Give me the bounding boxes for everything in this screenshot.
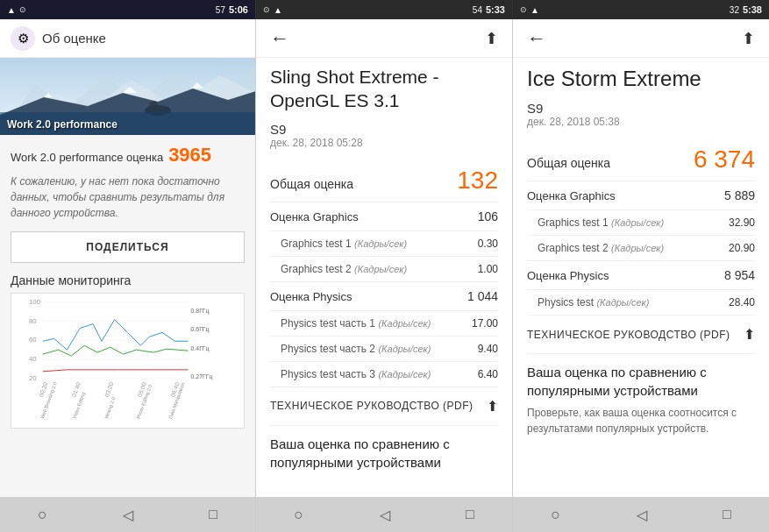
graphics-label-2: Оценка Graphics — [270, 210, 359, 223]
share-icon-2[interactable]: ⬆ — [485, 29, 498, 48]
gtest2-row-3: Graphics test 2 (Кадры/сек) 20.90 — [527, 236, 755, 261]
status-bar-1-right: 57 5:06 — [216, 4, 248, 15]
wifi-icon-1: ⊙ — [19, 5, 26, 14]
time-3: 5:38 — [743, 4, 762, 15]
panel-3-header: ← ⬆ — [513, 19, 769, 58]
gtest1-row-3: Graphics test 1 (Кадры/сек) 32.90 — [527, 210, 755, 236]
gtest2-label-3: Graphics test 2 (Кадры/сек) — [538, 242, 664, 254]
panel-3-title: Ice Storm Extreme — [513, 58, 769, 101]
gtest2-label-2: Graphics test 2 (Кадры/сек) — [281, 263, 407, 275]
share-button[interactable]: ПОДЕЛИТЬСЯ — [11, 231, 245, 263]
ptest3-label-2: Physics test часть 3 (Кадры/сек) — [281, 368, 431, 380]
graphics-score-3: 5 889 — [724, 188, 755, 202]
hero-label-overlay: Work 2.0 performance — [0, 112, 255, 135]
physics-label-3: Оценка Physics — [527, 269, 609, 282]
battery-1: 57 — [216, 5, 225, 15]
overall-label-2: Общая оценка — [270, 177, 353, 191]
panel-1-header: ⚙ Об оценке — [0, 19, 255, 58]
back-button-2[interactable]: ← — [270, 27, 289, 50]
graphics-header-3: Оценка Graphics 5 889 — [527, 181, 755, 210]
panel-1-content: Work 2.0 performance оценка 3965 К сожал… — [0, 135, 255, 497]
battery-2: 54 — [473, 5, 482, 15]
svg-text:0.27ГГц: 0.27ГГц — [191, 373, 213, 380]
status-bar-3-left: ⊙ ▲ — [520, 5, 539, 15]
pdf-row-2[interactable]: ТЕХНИЧЕСКОЕ РУКОВОДСТВО (PDF) ⬆ — [270, 387, 498, 426]
back-button-3[interactable]: ← — [527, 27, 546, 50]
ptest2-label-2: Physics test часть 2 (Кадры/сек) — [281, 343, 431, 355]
svg-text:40: 40 — [29, 355, 37, 363]
recent-icon-1[interactable]: □ — [209, 507, 217, 522]
share-icon-3[interactable]: ⬆ — [742, 29, 755, 48]
physics-label-2: Оценка Physics — [270, 290, 352, 303]
back-icon-2[interactable]: ◁ — [380, 507, 390, 523]
panel-2-title: Sling Shot Extreme - OpenGL ES 3.1 — [256, 58, 512, 122]
gtest2-row-2: Graphics test 2 (Кадры/сек) 1.00 — [270, 257, 498, 282]
status-bars-row: ▲ ⊙ 57 5:06 ⊙ ▲ 54 5:33 ⊙ ▲ — [0, 0, 769, 19]
gtest1-value-3: 32.90 — [729, 216, 755, 229]
graphics-score-2: 106 — [478, 209, 498, 223]
ptest1-label-2: Physics test часть 1 (Кадры/сек) — [281, 317, 431, 330]
back-icon-1[interactable]: ◁ — [123, 507, 133, 523]
panel-3: ← ⬆ Ice Storm Extreme S9 дек. 28, 2018 0… — [513, 19, 769, 532]
svg-text:60: 60 — [29, 336, 37, 344]
signal-icon-2: ▲ — [274, 5, 282, 15]
settings-icon: ⚙ — [11, 26, 35, 51]
device-name-2: S9 — [270, 122, 498, 137]
chart-area: 100 80 60 40 20 0.8ГГц 0.6ГГц — [11, 293, 245, 429]
recent-icon-3[interactable]: □ — [723, 507, 731, 522]
panel-1-hero: Work 2.0 performance — [0, 58, 255, 135]
svg-text:80: 80 — [29, 317, 37, 325]
ptest1-value-2: 17.00 — [472, 317, 498, 330]
app-container: ▲ ⊙ 57 5:06 ⊙ ▲ 54 5:33 ⊙ ▲ — [0, 0, 769, 532]
svg-text:03:20: 03:20 — [103, 381, 115, 398]
svg-text:0.6ГГц: 0.6ГГц — [191, 326, 210, 333]
compare-section-2: Ваша оценка по сравнению с популярными у… — [270, 426, 498, 484]
gtest1-row-2: Graphics test 1 (Кадры/сек) 0.30 — [270, 231, 498, 257]
device-info-2: S9 дек. 28, 2018 05:28 — [270, 122, 498, 149]
svg-text:100: 100 — [29, 298, 41, 306]
pdf-share-icon-3[interactable]: ⬆ — [744, 326, 755, 343]
home-icon-2[interactable]: ○ — [294, 506, 303, 524]
pdf-label-2: ТЕХНИЧЕСКОЕ РУКОВОДСТВО (PDF) — [270, 400, 474, 412]
home-icon-1[interactable]: ○ — [38, 506, 47, 524]
svg-text:0.4ГГц: 0.4ГГц — [191, 345, 210, 352]
panel-2: ← ⬆ Sling Shot Extreme - OpenGL ES 3.1 S… — [256, 19, 513, 532]
status-bar-2-left: ⊙ ▲ — [263, 5, 282, 15]
overall-row-2: Общая оценка 132 — [270, 160, 498, 202]
panel-1: ⚙ Об оценке — [0, 19, 256, 532]
device-info-3: S9 дек. 28, 2018 05:38 — [527, 101, 755, 128]
overall-row-3: Общая оценка 6 374 — [527, 138, 755, 181]
overall-score-2: 132 — [457, 167, 498, 195]
score-value: 3965 — [168, 144, 211, 167]
overall-label-3: Общая оценка — [527, 156, 610, 170]
pdf-row-3[interactable]: ТЕХНИЧЕСКОЕ РУКОВОДСТВО (PDF) ⬆ — [527, 316, 755, 354]
ptest3-value-2: 6.40 — [478, 368, 498, 380]
ptest2-row-2: Physics test часть 2 (Кадры/сек) 9.40 — [270, 337, 498, 362]
signal-icon-3: ▲ — [530, 5, 539, 15]
status-bar-1: ▲ ⊙ 57 5:06 — [0, 0, 256, 19]
home-icon-3[interactable]: ○ — [551, 506, 560, 524]
svg-point-8 — [149, 101, 158, 110]
pdf-label-3: ТЕХНИЧЕСКОЕ РУКОВОДСТВО (PDF) — [527, 329, 730, 341]
graphics-header-2: Оценка Graphics 106 — [270, 202, 498, 231]
panel-3-content: S9 дек. 28, 2018 05:38 Общая оценка 6 37… — [513, 101, 769, 497]
description-text: К сожалению, у нас нет пока достаточно д… — [11, 174, 245, 221]
pdf-share-icon-2[interactable]: ⬆ — [487, 398, 498, 415]
svg-text:20: 20 — [29, 374, 37, 382]
panels-container: ⚙ Об оценке — [0, 19, 769, 532]
score-row: Work 2.0 performance оценка 3965 — [11, 144, 245, 167]
recent-icon-2[interactable]: □ — [466, 507, 474, 522]
score-label: Work 2.0 performance оценка — [11, 151, 163, 164]
status-bar-1-left: ▲ ⊙ — [7, 5, 26, 15]
overall-score-3: 6 374 — [694, 145, 755, 174]
hero-label-text: Work 2.0 performance — [7, 118, 117, 131]
nav-bar-2: ○ ◁ □ — [256, 497, 512, 532]
physics-score-3: 8 954 — [724, 268, 755, 282]
nav-bar-3: ○ ◁ □ — [513, 497, 769, 532]
back-icon-3[interactable]: ◁ — [637, 507, 647, 523]
status-bar-2: ⊙ ▲ 54 5:33 — [256, 0, 513, 19]
monitoring-title: Данные мониторинга — [11, 273, 245, 287]
status-bar-3: ⊙ ▲ 32 5:38 — [513, 0, 769, 19]
panel-1-title: Об оценке — [42, 31, 106, 46]
panel-2-header: ← ⬆ — [256, 19, 512, 58]
